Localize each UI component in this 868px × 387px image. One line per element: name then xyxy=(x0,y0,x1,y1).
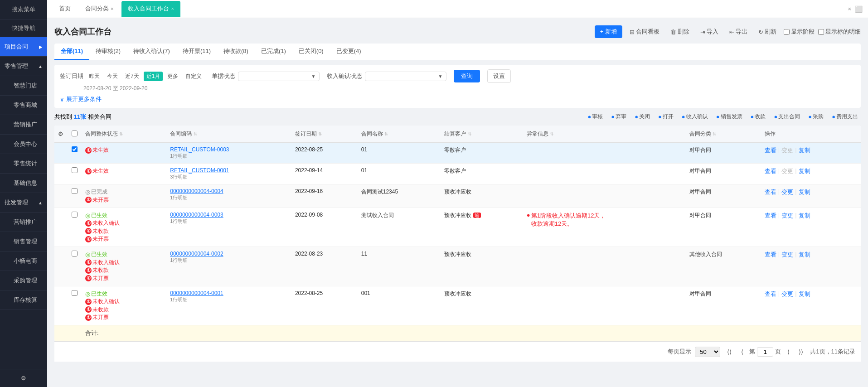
contract-code-link[interactable]: 0000000000004-0001 xyxy=(170,290,223,296)
kanban-button[interactable]: ⊞ 合同看板 xyxy=(626,26,663,38)
row-checkbox[interactable] xyxy=(72,188,78,194)
audit-button[interactable]: ● 审核 xyxy=(585,111,606,122)
col-customer[interactable]: 结算客户 ⇅ xyxy=(441,126,523,143)
sort-icon[interactable]: ⇅ xyxy=(713,131,716,136)
settings-gear[interactable]: ⚙ xyxy=(58,131,63,137)
filter-tab-changed[interactable]: 已变更(4) xyxy=(330,44,368,60)
sort-icon[interactable]: ⇅ xyxy=(384,131,388,136)
sort-icon[interactable]: ⇅ xyxy=(468,131,471,136)
contract-code-link[interactable]: 0000000000004-0003 xyxy=(170,212,223,218)
cell-checkbox[interactable] xyxy=(68,208,82,247)
copy-link[interactable]: 复制 xyxy=(799,290,810,298)
filter-tab-closed[interactable]: 已关闭(0) xyxy=(292,44,330,60)
sidebar-item-member[interactable]: 会员中心 xyxy=(0,135,47,154)
show-marks-checkbox[interactable]: 显示标的明细 xyxy=(818,28,861,36)
expand-filter-button[interactable]: ∨ 展开更多条件 xyxy=(60,95,855,103)
sort-icon[interactable]: ⇅ xyxy=(194,131,197,136)
page-number-input[interactable] xyxy=(757,347,773,357)
edit-link[interactable]: 变更 xyxy=(781,212,793,220)
sidebar-item-basic-info[interactable]: 基础信息 xyxy=(0,174,47,193)
edit-link[interactable]: 变更 xyxy=(781,251,793,259)
date-custom[interactable]: 自定义 xyxy=(183,72,204,81)
close-icon[interactable]: × xyxy=(171,6,174,11)
query-button[interactable]: 查询 xyxy=(454,70,480,82)
show-fields-checkbox[interactable]: 显示阶段 xyxy=(784,28,815,36)
view-link[interactable]: 查看 xyxy=(765,146,776,155)
doc-status-select[interactable]: ▼ xyxy=(238,72,320,81)
sidebar-item-inventory[interactable]: 库存核算 xyxy=(0,290,47,310)
edit-link[interactable]: 变更 xyxy=(781,146,793,155)
copy-link[interactable]: 复制 xyxy=(799,251,810,259)
filter-tab-pending-payment[interactable]: 待收款(8) xyxy=(217,44,255,60)
sidebar-item-retail-stats[interactable]: 零售统计 xyxy=(0,154,47,174)
row-checkbox[interactable] xyxy=(72,290,78,296)
date-1month[interactable]: 近1月 xyxy=(144,72,163,81)
contract-code-link[interactable]: RETAIL_CUSTOM-0003 xyxy=(170,146,229,153)
col-code[interactable]: 合同编码 ⇅ xyxy=(166,126,291,143)
copy-link[interactable]: 复制 xyxy=(799,146,810,155)
tab-home[interactable]: 首页 xyxy=(53,1,77,17)
close-window-icon[interactable]: × xyxy=(848,5,851,12)
sidebar-item-marketing[interactable]: 营销推广 xyxy=(0,115,47,135)
edit-link[interactable]: 变更 xyxy=(781,188,793,196)
sidebar-item-retail-mgmt[interactable]: 零售管理 ▲ xyxy=(0,57,47,76)
col-settings[interactable]: ⚙ xyxy=(54,126,68,143)
cell-checkbox[interactable] xyxy=(68,143,82,164)
close-icon[interactable]: × xyxy=(111,6,113,11)
col-checkbox[interactable] xyxy=(68,126,82,143)
sidebar-item-wholesale[interactable]: 批发管理 ▲ xyxy=(0,193,47,213)
copy-link[interactable]: 复制 xyxy=(799,212,810,220)
sidebar-quick-nav[interactable]: 快捷导航 xyxy=(0,19,47,37)
date-yesterday[interactable]: 昨天 xyxy=(86,72,102,81)
filter-tab-completed[interactable]: 已完成(1) xyxy=(255,44,292,60)
open-doc-button[interactable]: ● 打开 xyxy=(655,111,676,122)
contract-code-link[interactable]: 0000000000004-0002 xyxy=(170,251,223,257)
page-size-select[interactable]: 50 100 200 xyxy=(695,347,720,357)
expense-out-button[interactable]: ● 费用支出 xyxy=(829,111,861,122)
copy-link[interactable]: 复制 xyxy=(799,167,810,175)
confirm-status-select[interactable]: ▼ xyxy=(365,72,446,81)
sort-icon[interactable]: ⇅ xyxy=(119,131,123,136)
edit-link[interactable]: 变更 xyxy=(781,290,793,298)
cell-checkbox[interactable] xyxy=(68,247,82,286)
tab-contract-category[interactable]: 合同分类 × xyxy=(79,1,120,17)
sidebar-item-purchase[interactable]: 采购管理 xyxy=(0,271,47,290)
view-link[interactable]: 查看 xyxy=(765,167,776,175)
close-doc-button[interactable]: ● 关闭 xyxy=(632,111,653,122)
tab-income-contract[interactable]: 收入合同工作台 × xyxy=(121,1,180,17)
last-page-button[interactable]: ⟩⟩ xyxy=(795,346,806,357)
abandon-audit-button[interactable]: ● 弃审 xyxy=(608,111,629,122)
show-fields-input[interactable] xyxy=(784,29,790,35)
filter-tab-all[interactable]: 全部(11) xyxy=(54,44,89,60)
view-link[interactable]: 查看 xyxy=(765,290,776,298)
cell-checkbox[interactable] xyxy=(68,184,82,208)
first-page-button[interactable]: ⟨⟨ xyxy=(724,346,735,357)
row-checkbox[interactable] xyxy=(72,212,78,218)
col-category[interactable]: 合同分类 ⇅ xyxy=(686,126,761,143)
settings-button[interactable]: 设置 xyxy=(487,69,511,83)
sidebar-item-smart-store[interactable]: 智慧门店 xyxy=(0,76,47,96)
sort-icon[interactable]: ⇅ xyxy=(318,131,322,136)
col-name[interactable]: 合同名称 ⇅ xyxy=(358,126,441,143)
view-link[interactable]: 查看 xyxy=(765,188,776,196)
delete-button[interactable]: 🗑 删除 xyxy=(667,26,693,38)
contract-code-link[interactable]: 0000000000004-0004 xyxy=(170,188,223,194)
sidebar-item-retail-mall[interactable]: 零售商城 xyxy=(0,96,47,115)
row-checkbox[interactable] xyxy=(72,167,78,173)
date-more[interactable]: 更多 xyxy=(165,72,181,81)
show-marks-input[interactable] xyxy=(818,29,824,35)
import-button[interactable]: ⇥ 导入 xyxy=(697,26,722,38)
sidebar-item-marketing2[interactable]: 营销推广 xyxy=(0,213,47,232)
sidebar-item-sales-mgmt[interactable]: 销售管理 xyxy=(0,232,47,252)
filter-tab-pending-audit[interactable]: 待审核(2) xyxy=(89,44,127,60)
copy-link[interactable]: 复制 xyxy=(799,188,810,196)
filter-tab-pending-invoice[interactable]: 待开票(11) xyxy=(176,44,217,60)
filter-tab-pending-confirm[interactable]: 待收入确认(7) xyxy=(127,44,176,60)
sidebar-search[interactable]: 搜索菜单 xyxy=(0,0,47,19)
sidebar-item-ecommerce[interactable]: 小畅电商 xyxy=(0,252,47,271)
col-error[interactable]: 异常信息 ⇅ xyxy=(523,126,686,143)
row-checkbox[interactable] xyxy=(72,251,78,256)
new-button[interactable]: + 新增 xyxy=(595,25,622,38)
prev-page-button[interactable]: ⟨ xyxy=(737,346,747,357)
edit-link[interactable]: 变更 xyxy=(781,167,793,175)
